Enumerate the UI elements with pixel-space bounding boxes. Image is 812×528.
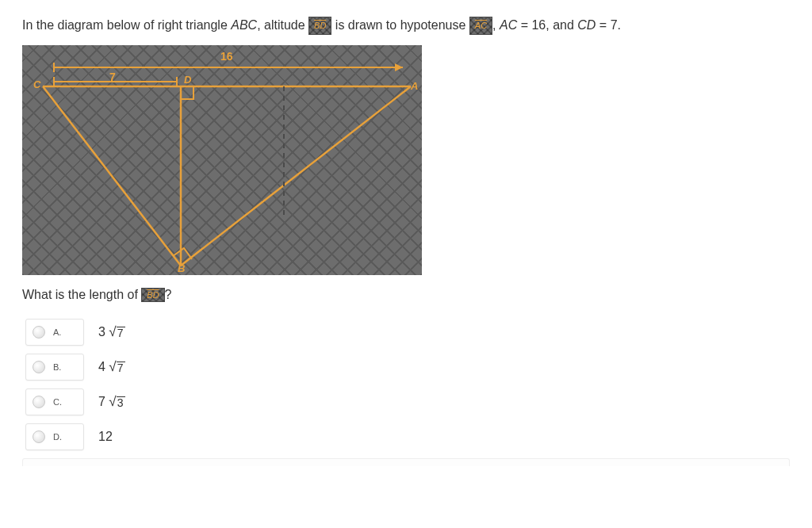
triangle-name: ABC [231, 18, 257, 32]
radio-icon [33, 361, 45, 373]
choice-a-text: 3 √7 [98, 325, 125, 339]
diagram-svg [22, 45, 422, 275]
choice-letter: C. [53, 397, 62, 407]
segment-chip-bd-q: BD [141, 288, 164, 302]
radio-icon [33, 326, 45, 339]
text: ? [165, 288, 172, 301]
choice-b-row: B. 4 √7 [25, 354, 790, 381]
var: AC [500, 18, 517, 32]
svg-line-5 [43, 86, 181, 266]
segment-chip-ac: AC [469, 17, 492, 35]
text: . [618, 18, 621, 32]
choice-a-button[interactable]: A. [25, 319, 84, 346]
choice-b-button[interactable]: B. [25, 354, 84, 381]
svg-marker-2 [395, 63, 403, 71]
choice-d-row: D. 12 [25, 423, 790, 450]
svg-rect-8 [181, 86, 193, 99]
choice-c-row: C. 7 √3 [25, 388, 790, 415]
point-a: A [411, 80, 418, 92]
text: In the diagram below of right triangle [22, 18, 231, 32]
geometry-diagram: 16 7 C D A B [22, 45, 422, 275]
segment-chip-bd: BD [308, 17, 331, 35]
question-text: What is the length of BD? [22, 288, 790, 303]
problem-statement: In the diagram below of right triangle A… [22, 16, 790, 36]
point-b: B [178, 262, 185, 274]
choice-c-text: 7 √3 [98, 395, 125, 409]
choice-d-button[interactable]: D. [25, 423, 84, 450]
radio-icon [33, 396, 45, 408]
point-c: C [33, 78, 40, 90]
choice-c-button[interactable]: C. [25, 388, 84, 415]
point-d: D [184, 74, 191, 86]
svg-line-6 [181, 86, 411, 266]
text: = 7 [596, 18, 617, 32]
choice-b-text: 4 √7 [98, 360, 125, 374]
var: CD [577, 18, 596, 32]
answer-choices: A. 3 √7 B. 4 √7 C. 7 √3 D. 12 [25, 319, 790, 450]
choice-d-text: 12 [98, 430, 113, 444]
radio-icon [33, 430, 45, 443]
text: , altitude [257, 18, 308, 32]
choice-a-row: A. 3 √7 [25, 319, 790, 346]
dim-cd: 7 [109, 71, 116, 83]
dim-ac: 16 [220, 50, 233, 63]
text: is drawn to hypotenuse [331, 18, 469, 32]
text: = 16 [517, 18, 546, 32]
text: What is the length of [22, 288, 141, 301]
choice-letter: A. [53, 327, 61, 337]
text: , and [546, 18, 577, 32]
choice-letter: D. [53, 432, 62, 442]
text: , [492, 18, 500, 32]
choice-letter: B. [53, 362, 61, 372]
footer-panel [22, 458, 790, 466]
